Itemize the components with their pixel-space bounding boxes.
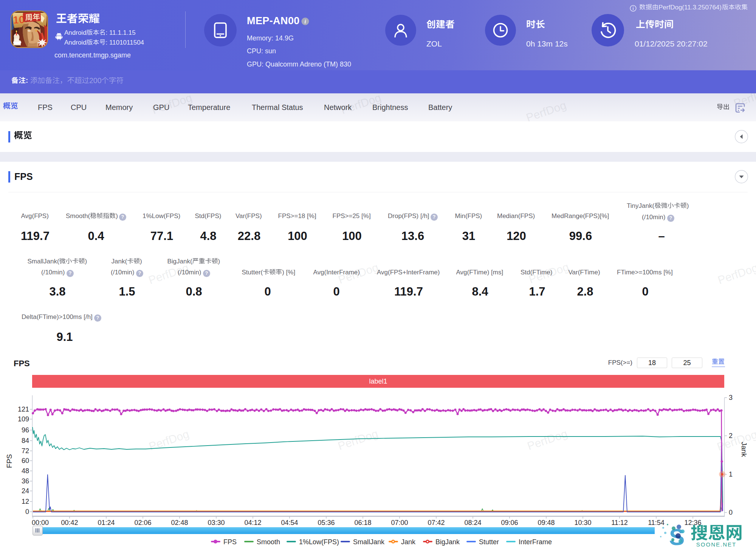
svg-text:1%Low(FPS): 1%Low(FPS) — [143, 213, 180, 220]
svg-text:Android: Android — [64, 39, 87, 46]
svg-text:(/10min): (/10min) — [178, 269, 201, 276]
svg-text:: 1101011504: : 1101011504 — [106, 39, 144, 46]
svg-text:Avg(FPS): Avg(FPS) — [21, 213, 49, 220]
svg-text:Var(FPS): Var(FPS) — [235, 213, 262, 220]
svg-text:MedRange(FPS)[%]: MedRange(FPS)[%] — [552, 213, 609, 220]
svg-text:): ) — [687, 203, 689, 209]
svg-text:Avg(FTime) [ms]: Avg(FTime) [ms] — [456, 269, 503, 276]
svg-text:200: 200 — [89, 77, 102, 85]
svg-text:0: 0 — [729, 509, 733, 516]
svg-text:06:18: 06:18 — [354, 519, 371, 526]
svg-text:Std(FTime): Std(FTime) — [521, 269, 552, 276]
svg-text:09:48: 09:48 — [538, 519, 555, 526]
svg-text:(/10min): (/10min) — [41, 269, 65, 276]
svg-text:): ) — [116, 213, 118, 220]
svg-text:Avg(InterFrame): Avg(InterFrame) — [313, 269, 360, 276]
svg-text:04:12: 04:12 — [244, 519, 261, 526]
svg-text:Std(FPS): Std(FPS) — [195, 213, 222, 220]
svg-text:Jank(: Jank( — [112, 258, 127, 265]
svg-text:00:00: 00:00 — [32, 519, 49, 526]
svg-text:?: ? — [669, 215, 672, 221]
svg-text:07:00: 07:00 — [391, 519, 408, 526]
svg-text:121: 121 — [18, 406, 29, 413]
svg-text:Var(FTime): Var(FTime) — [569, 269, 600, 276]
svg-text:FPS>=25 [%]: FPS>=25 [%] — [333, 213, 371, 220]
svg-text:): ) — [85, 258, 87, 265]
svg-text:BigJank(: BigJank( — [167, 258, 192, 265]
svg-text:05:36: 05:36 — [318, 519, 335, 526]
svg-text:(/10min): (/10min) — [642, 214, 665, 221]
svg-text:Jank: Jank — [740, 442, 748, 457]
svg-text:0: 0 — [25, 508, 29, 515]
svg-text:09:06: 09:06 — [501, 519, 518, 526]
svg-text:Median(FPS): Median(FPS) — [497, 213, 535, 220]
svg-text:109: 109 — [18, 415, 29, 423]
svg-text:1: 1 — [729, 471, 733, 478]
svg-text:: 11.1.1.15: : 11.1.1.15 — [106, 29, 136, 36]
svg-text:FPS: FPS — [5, 454, 13, 468]
svg-text:(/10min): (/10min) — [111, 269, 134, 276]
svg-text:08:24: 08:24 — [464, 519, 481, 526]
svg-text:?: ? — [96, 315, 99, 320]
svg-text:04:54: 04:54 — [281, 519, 298, 526]
svg-text:84: 84 — [22, 437, 29, 444]
svg-text:3: 3 — [729, 394, 733, 401]
svg-text:): ) — [218, 258, 220, 265]
svg-text:36: 36 — [22, 477, 29, 485]
svg-text:FPS>=18 [%]: FPS>=18 [%] — [278, 213, 316, 220]
svg-text:): ) — [140, 258, 142, 265]
svg-text:11:54: 11:54 — [648, 519, 665, 526]
svg-text:?: ? — [121, 214, 124, 220]
svg-text:24: 24 — [22, 487, 29, 495]
svg-text:60: 60 — [22, 457, 29, 464]
svg-text:11:12: 11:12 — [611, 519, 628, 526]
svg-text:Min(FPS): Min(FPS) — [455, 213, 482, 220]
svg-text:10:30: 10:30 — [574, 519, 591, 526]
svg-text:02:06: 02:06 — [134, 519, 151, 526]
svg-text:02:48: 02:48 — [171, 519, 188, 526]
svg-text:Avg(FPS+InterFrame): Avg(FPS+InterFrame) — [377, 269, 440, 276]
svg-text:FTime>=100ms [%]: FTime>=100ms [%] — [617, 269, 673, 276]
svg-text:48: 48 — [22, 467, 29, 475]
svg-text:i: i — [305, 19, 306, 25]
svg-text:96: 96 — [22, 426, 29, 434]
svg-text:12: 12 — [22, 498, 29, 505]
svg-text:72: 72 — [22, 447, 29, 455]
svg-text:03:30: 03:30 — [208, 519, 225, 526]
svg-text:2: 2 — [729, 432, 733, 440]
svg-text:?: ? — [433, 214, 436, 220]
svg-text:Smooth(: Smooth( — [66, 213, 90, 220]
svg-text:?: ? — [69, 270, 72, 276]
svg-text:?: ? — [205, 270, 208, 276]
svg-text:01:24: 01:24 — [98, 519, 115, 526]
svg-text:TinyJank(: TinyJank( — [627, 203, 654, 209]
svg-text:) [%]: ) [%] — [282, 269, 295, 276]
svg-text:SmallJank(: SmallJank( — [28, 258, 59, 265]
svg-text:Stutter(: Stutter( — [242, 269, 263, 276]
svg-text:?: ? — [138, 270, 141, 276]
svg-text::: : — [26, 77, 28, 84]
svg-text:Delta(FTime)>100ms [/h]: Delta(FTime)>100ms [/h] — [22, 314, 93, 320]
svg-text:Drop(FPS) [/h]: Drop(FPS) [/h] — [388, 213, 429, 220]
svg-text:07:42: 07:42 — [428, 519, 445, 526]
svg-text:PerfDog(11.3.250764): PerfDog(11.3.250764) — [658, 4, 722, 11]
svg-text:Android: Android — [64, 29, 87, 36]
svg-text:00:42: 00:42 — [61, 519, 78, 526]
